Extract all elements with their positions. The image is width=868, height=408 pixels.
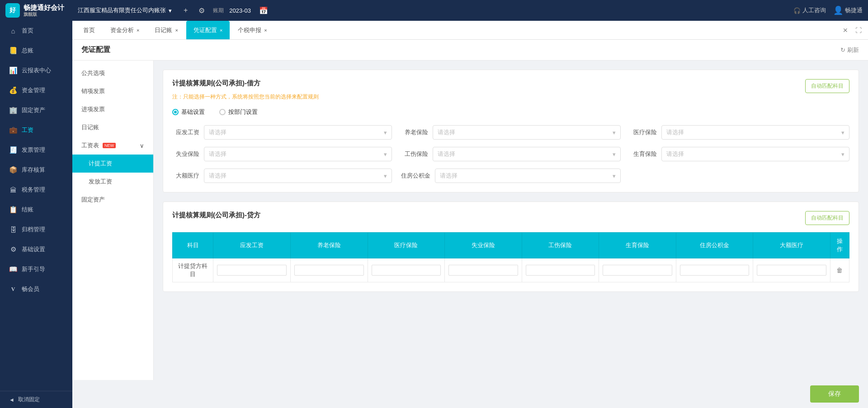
sidebar-item-inventory[interactable]: 📦 库存核算 (0, 160, 72, 180)
chevron-down-medical: ▾ (841, 129, 844, 136)
section1-title-area: 计提核算规则(公司承担)-借方 注：只能选择一种方式，系统将按照您当前的选择来配… (172, 79, 319, 108)
tab-funds-analysis-close[interactable]: × (137, 28, 139, 33)
sidebar-label-tax: 税务管理 (22, 186, 45, 194)
sidebar-item-home[interactable]: ⌂ 首页 (0, 21, 72, 41)
tab-maximize-button[interactable]: ⛶ (853, 25, 864, 36)
cancel-fixed-icon: ◄ (9, 397, 14, 403)
select-pension[interactable]: 请选择 ▾ (433, 125, 621, 140)
sidebar-item-funds[interactable]: 💰 资金管理 (0, 80, 72, 100)
tab-tax-report-close[interactable]: × (264, 28, 267, 33)
field-unemployment: 失业保险 请选择 ▾ (172, 147, 392, 161)
chevron-down-unemployment: ▾ (384, 151, 387, 158)
select-unemployment[interactable]: 请选择 ▾ (204, 147, 392, 161)
select-work-injury[interactable]: 请选择 ▾ (433, 147, 621, 161)
radio-by-dept[interactable]: 按部门设置 (219, 108, 258, 116)
tab-voucher-config[interactable]: 凭证配置 × (186, 21, 230, 39)
select-applied-salary-placeholder: 请选择 (209, 128, 226, 136)
input-medical[interactable] (372, 265, 441, 276)
select-pension-placeholder: 请选择 (438, 128, 455, 136)
user-name: 畅捷通 (845, 6, 863, 14)
archive-icon: 🗄 (9, 226, 17, 234)
input-birth[interactable] (603, 265, 672, 276)
tab-journal[interactable]: 日记账 × (147, 21, 185, 39)
settings-button[interactable]: ⚙ (196, 5, 208, 17)
refresh-icon: ↻ (840, 47, 845, 53)
delete-row-button[interactable]: 🗑 (836, 267, 843, 274)
nav-salary-table[interactable]: 工资表 NEW ∨ (72, 136, 153, 155)
app-name: 畅捷通好会计 (24, 4, 64, 12)
cell-birth (599, 258, 676, 282)
chevron-down-birth: ▾ (841, 151, 844, 158)
sidebar-item-fixed-assets[interactable]: 🏢 固定资产 (0, 100, 72, 120)
input-applied-salary[interactable] (217, 265, 287, 276)
sidebar-item-archive[interactable]: 🗄 归档管理 (0, 220, 72, 239)
select-medical[interactable]: 请选择 ▾ (661, 125, 849, 140)
sidebar-item-closing[interactable]: 📋 结账 (0, 200, 72, 220)
auto-match-debit-button[interactable]: 自动匹配科目 (805, 79, 849, 93)
service-label: 人工咨询 (802, 6, 826, 14)
period-label: 账期 (213, 7, 224, 14)
input-housing-fund[interactable] (680, 265, 750, 276)
input-pension[interactable] (294, 265, 364, 276)
tab-tax-report[interactable]: 个税申报 × (231, 21, 274, 39)
section-debit: 计提核算规则(公司承担)-借方 注：只能选择一种方式，系统将按照您当前的选择来配… (163, 70, 859, 192)
section-credit: 计提核算规则(公司承担)-贷方 自动匹配科目 科目 应发工资 养老保险 医疗保险… (163, 202, 859, 292)
select-housing-fund[interactable]: 请选择 ▾ (435, 169, 621, 183)
sidebar-item-guide[interactable]: 📖 新手引导 (0, 259, 72, 279)
tab-journal-close[interactable]: × (175, 28, 178, 33)
select-major-medical[interactable]: 请选择 ▾ (204, 169, 392, 183)
th-housing-fund: 住房公积金 (676, 233, 753, 258)
user-area[interactable]: 👤 畅捷通 (833, 5, 863, 15)
cancel-fixed-button[interactable]: ◄ 取消固定 (0, 391, 72, 408)
nav-sales-invoice[interactable]: 销项发票 (72, 82, 153, 100)
sidebar-item-salary[interactable]: 💼 工资 (0, 120, 72, 140)
input-unemployment[interactable] (448, 265, 518, 276)
auto-match-credit-button[interactable]: 自动匹配科目 (805, 211, 849, 225)
calendar-icon[interactable]: 📅 (256, 5, 271, 17)
input-major-medical[interactable] (757, 265, 826, 276)
th-work-injury: 工伤保险 (522, 233, 599, 258)
nav-pay-salary[interactable]: 发放工资 (72, 173, 153, 191)
input-work-injury[interactable] (526, 265, 595, 276)
sidebar-label-home: 首页 (22, 27, 33, 35)
select-birth[interactable]: 请选择 ▾ (661, 147, 849, 161)
select-medical-placeholder: 请选择 (666, 128, 684, 136)
add-button[interactable]: + (181, 5, 190, 16)
nav-journal[interactable]: 日记账 (72, 118, 153, 136)
sidebar-item-settings[interactable]: ⚙ 基础设置 (0, 239, 72, 259)
nav-fixed-assets-label: 固定资产 (81, 196, 105, 204)
nav-calc-salary[interactable]: 计提工资 (72, 155, 153, 173)
tab-funds-analysis[interactable]: 资金分析 × (103, 21, 146, 39)
form-rows-debit: 应发工资 请选择 ▾ 养老保险 请选择 ▾ (172, 125, 849, 183)
tab-tax-report-label: 个税申报 (238, 26, 261, 34)
tab-voucher-config-close[interactable]: × (220, 28, 222, 33)
sidebar-item-reports[interactable]: 📊 云报表中心 (0, 61, 72, 80)
nav-salary-table-group: 工资表 NEW (81, 141, 116, 150)
nav-fixed-assets[interactable]: 固定资产 (72, 191, 153, 209)
radio-basic[interactable]: 基础设置 (172, 108, 205, 116)
sidebar-item-ledger[interactable]: 📒 总账 (0, 41, 72, 61)
tax-icon: 🏛 (9, 186, 17, 194)
tab-close-button[interactable]: ✕ (840, 25, 851, 36)
sidebar-item-invoice[interactable]: 🧾 发票管理 (0, 140, 72, 160)
select-major-medical-placeholder: 请选择 (209, 172, 226, 180)
tab-home[interactable]: 首页 (76, 21, 102, 39)
company-selector[interactable]: 江西服宝精品有限责任公司内账张 ▾ (74, 5, 175, 16)
select-birth-placeholder: 请选择 (666, 150, 684, 158)
th-applied-salary: 应发工资 (213, 233, 291, 258)
nav-public-label: 公共选项 (81, 69, 105, 77)
service-button[interactable]: 🎧 人工咨询 (793, 6, 826, 14)
sidebar-label-reports: 云报表中心 (22, 66, 51, 75)
sidebar-item-tax[interactable]: 🏛 税务管理 (0, 180, 72, 200)
label-applied-salary: 应发工资 (172, 128, 199, 136)
nav-purchase-invoice[interactable]: 进项发票 (72, 100, 153, 118)
save-button[interactable]: 保存 (810, 385, 859, 403)
select-applied-salary[interactable]: 请选择 ▾ (204, 125, 392, 140)
field-pension: 养老保险 请选择 ▾ (401, 125, 621, 140)
nav-sales-invoice-label: 销项发票 (81, 87, 105, 95)
refresh-button[interactable]: ↻ 刷新 (840, 46, 859, 54)
th-operation: 操作 (830, 233, 849, 258)
sidebar-item-vip[interactable]: V 畅会员 (0, 279, 72, 299)
funds-icon: 💰 (9, 86, 17, 94)
nav-public[interactable]: 公共选项 (72, 64, 153, 82)
